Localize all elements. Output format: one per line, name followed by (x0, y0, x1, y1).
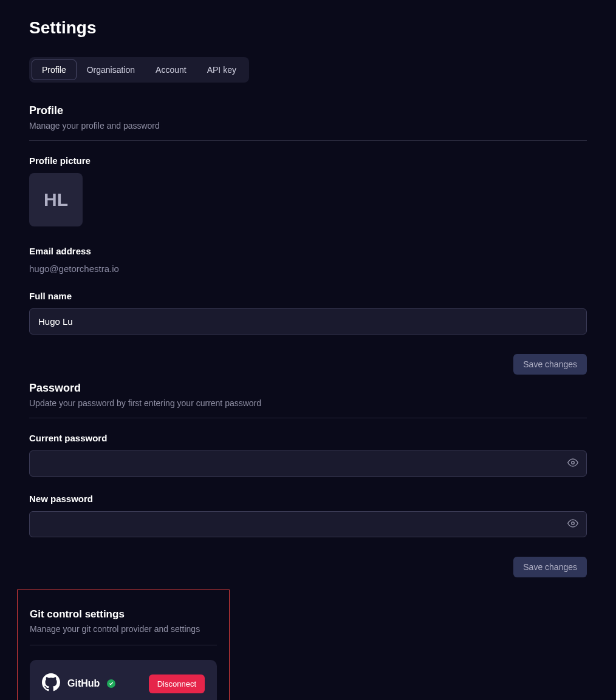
eye-icon[interactable] (567, 457, 578, 471)
current-password-input[interactable] (29, 450, 587, 477)
check-icon (107, 679, 115, 688)
git-section-desc: Manage your git control provider and set… (30, 624, 217, 634)
svg-point-0 (572, 461, 575, 464)
current-password-label: Current password (29, 433, 587, 443)
tab-profile[interactable]: Profile (32, 59, 77, 80)
git-section-title: Git control settings (30, 608, 217, 620)
fullname-label: Full name (29, 291, 587, 301)
password-actions: Save changes (29, 557, 587, 577)
tab-organisation[interactable]: Organisation (77, 59, 145, 80)
save-password-button[interactable]: Save changes (513, 557, 587, 577)
new-password-input[interactable] (29, 511, 587, 537)
svg-point-1 (572, 522, 575, 525)
git-settings-highlight: Git control settings Manage your git con… (17, 590, 230, 700)
divider (29, 418, 587, 418)
github-icon (42, 673, 60, 694)
email-label: Email address (29, 246, 587, 256)
profile-section-title: Profile (29, 104, 587, 117)
profile-picture-label: Profile picture (29, 155, 587, 166)
eye-icon[interactable] (567, 518, 578, 531)
new-password-label: New password (29, 494, 587, 504)
fullname-input[interactable] (29, 308, 587, 335)
save-profile-button[interactable]: Save changes (513, 354, 587, 375)
profile-actions: Save changes (29, 354, 587, 375)
tab-account[interactable]: Account (145, 59, 197, 80)
divider (29, 140, 587, 141)
profile-section-desc: Manage your profile and password (29, 121, 587, 131)
git-provider-card: GitHub Disconnect (30, 660, 217, 700)
tab-api-key[interactable]: API key (197, 59, 247, 80)
password-section-desc: Update your password by first entering y… (29, 398, 587, 408)
password-section: Password Update your password by first e… (29, 382, 587, 577)
git-provider-info: GitHub (42, 673, 115, 694)
disconnect-button[interactable]: Disconnect (149, 675, 205, 693)
profile-section: Profile Manage your profile and password… (29, 104, 587, 375)
email-value: hugo@getorchestra.io (29, 263, 587, 274)
password-section-title: Password (29, 382, 587, 395)
settings-tabs: Profile Organisation Account API key (29, 57, 249, 83)
git-provider-name: GitHub (67, 678, 100, 689)
page-title: Settings (29, 18, 587, 38)
avatar[interactable]: HL (29, 173, 83, 226)
divider (30, 645, 217, 645)
